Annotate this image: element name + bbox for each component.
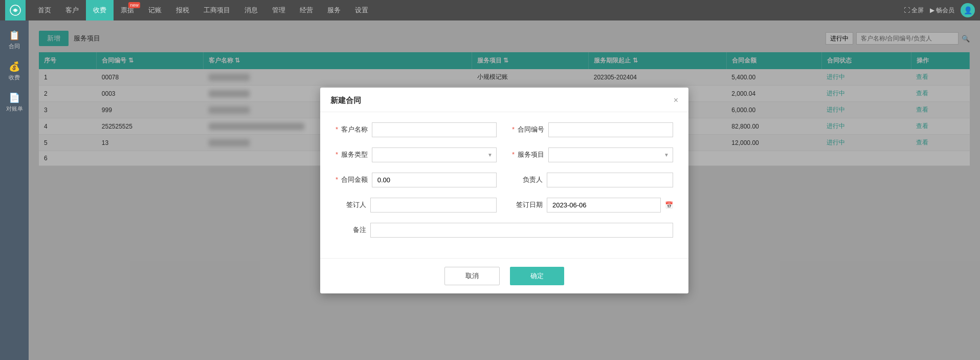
remarks-group: 备注 <box>336 223 673 238</box>
play-icon: ▶ <box>930 7 934 14</box>
sidebar: 📋 合同 💰 收费 📄 对账单 <box>0 20 29 360</box>
service-type-select[interactable] <box>372 147 497 162</box>
service-item-label: * 服务项目 <box>512 150 544 159</box>
nav-home[interactable]: 首页 <box>31 0 58 20</box>
sign-date-input[interactable] <box>547 198 661 213</box>
person-in-charge-input[interactable] <box>547 173 673 187</box>
sidebar-item-reconcile[interactable]: 📄 对账单 <box>0 88 29 117</box>
nav-items: 首页 客户 收费 票据 new 记账 报税 工商项目 消息 管理 经营 服务 设… <box>31 0 375 20</box>
sign-date-label: 签订日期 <box>512 200 543 209</box>
nav-record[interactable]: 记账 <box>141 0 169 20</box>
new-badge: new <box>128 2 140 8</box>
signer-label: 签订人 <box>336 200 366 209</box>
remarks-input[interactable] <box>370 223 673 238</box>
service-type-wrapper <box>372 147 497 162</box>
person-in-charge-label: 负责人 <box>512 175 543 184</box>
form-row-2: * 服务类型 * 服务项目 <box>336 147 673 162</box>
top-nav: 首页 客户 收费 票据 new 记账 报税 工商项目 消息 管理 经营 服务 设… <box>0 0 980 20</box>
sidebar-item-billing[interactable]: 💰 收费 <box>0 57 29 86</box>
sign-date-group: 签订日期 📅 <box>512 198 673 213</box>
contract-amount-group: * 合同金额 <box>336 173 497 187</box>
remarks-label: 备注 <box>336 225 366 235</box>
modal-close-button[interactable]: × <box>674 96 678 105</box>
nav-tax[interactable]: 报税 <box>169 0 196 20</box>
modal-title: 新建合同 <box>330 96 361 105</box>
nav-right: ⛶ 全屏 ▶ 畅会员 👤 <box>904 3 975 17</box>
nav-operation[interactable]: 经营 <box>293 0 320 20</box>
customer-name-label: * 客户名称 <box>336 125 368 134</box>
confirm-button[interactable]: 确定 <box>510 267 564 285</box>
nav-settings[interactable]: 设置 <box>348 0 375 20</box>
fullscreen-icon: ⛶ <box>904 7 910 14</box>
form-row-3: * 合同金额 负责人 <box>336 173 673 187</box>
service-item-wrapper <box>548 147 673 162</box>
contract-no-label: * 合同编号 <box>512 125 544 134</box>
sidebar-item-contract[interactable]: 📋 合同 <box>0 26 29 54</box>
contract-no-group: * 合同编号 <box>512 122 673 137</box>
nav-manage[interactable]: 管理 <box>265 0 293 20</box>
modal-overlay: 新建合同 × * 客户名称 <box>29 20 980 360</box>
form-row-5: 备注 <box>336 223 673 238</box>
fullscreen-button[interactable]: ⛶ 全屏 <box>904 6 924 15</box>
modal-body: * 客户名称 * 合同编号 <box>320 112 688 258</box>
modal-header: 新建合同 × <box>320 88 688 112</box>
customer-name-input[interactable] <box>372 122 497 137</box>
nav-industry[interactable]: 工商项目 <box>196 0 237 20</box>
form-row-1: * 客户名称 * 合同编号 <box>336 122 673 137</box>
svg-point-1 <box>14 9 17 12</box>
signer-group: 签订人 <box>336 198 497 213</box>
cancel-button[interactable]: 取消 <box>444 267 500 285</box>
nav-customer[interactable]: 客户 <box>58 0 86 20</box>
contract-amount-input[interactable] <box>372 173 497 187</box>
calendar-icon[interactable]: 📅 <box>665 201 673 209</box>
nav-message[interactable]: 消息 <box>237 0 265 20</box>
signer-input[interactable] <box>370 198 497 213</box>
main-content: 新增 服务项目 进行中 已完成 已终止 🔍 序号 合同编号 ⇅ 客户名 <box>29 20 980 360</box>
logo <box>5 0 26 20</box>
service-item-group: * 服务项目 <box>512 147 673 162</box>
nav-service[interactable]: 服务 <box>320 0 348 20</box>
user-avatar[interactable]: 👤 <box>961 3 975 17</box>
service-type-label: * 服务类型 <box>336 150 368 159</box>
layout: 📋 合同 💰 收费 📄 对账单 新增 服务项目 进行中 已完成 已终止 🔍 <box>0 20 980 360</box>
contract-icon: 📋 <box>9 30 20 41</box>
modal-footer: 取消 确定 <box>320 258 688 293</box>
contract-amount-label: * 合同金额 <box>336 175 368 184</box>
reconcile-icon: 📄 <box>9 92 20 103</box>
customer-name-group: * 客户名称 <box>336 122 497 137</box>
person-in-charge-group: 负责人 <box>512 173 673 187</box>
member-button[interactable]: ▶ 畅会员 <box>930 6 954 15</box>
form-row-4: 签订人 签订日期 📅 <box>336 198 673 213</box>
service-type-group: * 服务类型 <box>336 147 497 162</box>
nav-ticket[interactable]: 票据 new <box>114 0 141 20</box>
new-contract-modal: 新建合同 × * 客户名称 <box>320 88 688 293</box>
billing-icon: 💰 <box>9 61 20 72</box>
nav-billing[interactable]: 收费 <box>86 0 114 20</box>
service-item-select[interactable] <box>548 147 673 162</box>
contract-no-input[interactable] <box>548 122 673 137</box>
